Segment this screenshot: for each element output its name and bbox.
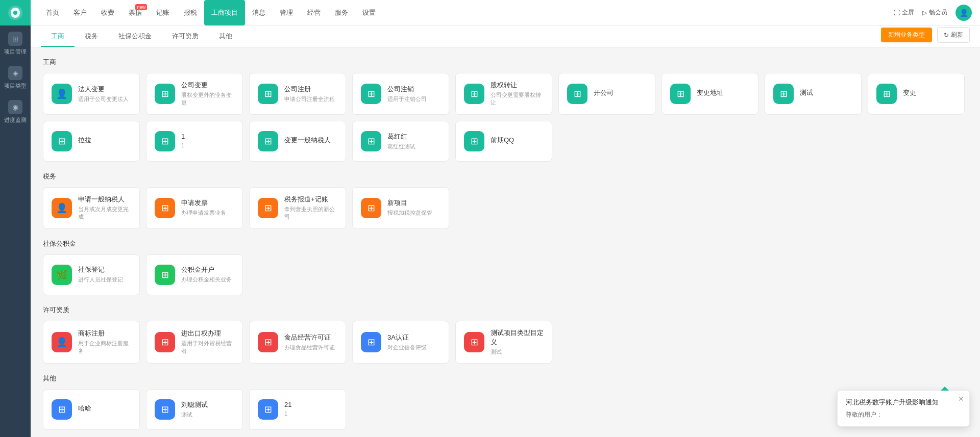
- nav-ticket[interactable]: 票据 new: [121, 0, 149, 25]
- sidebar-item-progress-monitor[interactable]: ◉ 进度监测: [0, 94, 31, 128]
- nav-message[interactable]: 消息: [245, 0, 273, 25]
- card-name: 申请发票: [181, 198, 234, 208]
- card-desc: 用于企业商标注册服务: [78, 340, 131, 355]
- xuke-card-grid: 👤 商标注册 用于企业商标注册服务 ⊞ 进出口权办理 适用于对外贸易经营者 ⊞: [43, 321, 968, 364]
- card-company-change[interactable]: ⊞ 公司变更 股权变更外的业务变更: [146, 73, 243, 115]
- card-legal-change[interactable]: 👤 法人变更 适用于公司变更法人: [43, 73, 140, 115]
- card-desc: 办理公积金相关业务: [181, 276, 234, 284]
- nav-manage[interactable]: 管理: [273, 0, 300, 25]
- project-manage-icon: ⊞: [8, 32, 22, 46]
- tab-shuiwu[interactable]: 税务: [75, 25, 108, 47]
- notification-close-button[interactable]: ✕: [958, 395, 964, 403]
- card-name: 社保登记: [78, 265, 131, 274]
- card-desc: 1: [284, 410, 337, 418]
- card-equity-transfer[interactable]: ⊞ 股权转让 公司变更需要股权转让: [455, 73, 552, 115]
- fullscreen-icon: ⛶: [894, 9, 900, 16]
- tab-bar-actions: 新增业务类型 ↻ 刷新: [881, 27, 970, 47]
- sidebar: ⊞ 项目管理 ◈ 项目类型 ◉ 进度监测: [0, 0, 31, 437]
- topnav-right: ⛶ 全屏 ▷ 畅会员 👤: [894, 5, 972, 21]
- card-open-company[interactable]: ⊞ 开公司: [558, 73, 655, 115]
- nav-service[interactable]: 服务: [328, 0, 355, 25]
- card-company-cancel[interactable]: ⊞ 公司注销 适用于注销公司: [352, 73, 449, 115]
- card-food-license[interactable]: ⊞ 食品经营许可证 办理食品经营许可证: [249, 321, 346, 364]
- card-icon-qianqi-qq: ⊞: [464, 131, 484, 151]
- fullscreen-btn[interactable]: ⛶ 全屏: [894, 8, 914, 17]
- card-desc: 进行人员社保登记: [78, 276, 131, 284]
- card-qianqi-qq[interactable]: ⊞ 前期QQ: [455, 121, 552, 162]
- card-tax-report-bookkeeping[interactable]: ⊞ 税务报道+记账 拿到营业执照的新公司: [249, 187, 346, 229]
- card-icon-social-register: 🌿: [52, 265, 72, 285]
- logo[interactable]: [0, 0, 31, 25]
- card-import-export[interactable]: ⊞ 进出口权办理 适用于对外贸易经营者: [146, 321, 243, 364]
- member-btn[interactable]: ▷ 畅会员: [922, 8, 947, 17]
- nav-tax[interactable]: 报税: [177, 0, 204, 25]
- card-desc: 测试: [491, 348, 544, 356]
- refresh-icon: ↻: [944, 32, 949, 39]
- card-desc: 适用于注销公司: [387, 95, 440, 103]
- card-name: 葛红红: [387, 132, 440, 141]
- card-name: 前期QQ: [491, 136, 544, 145]
- card-icon-liuming-test: ⊞: [155, 399, 175, 420]
- notification-body: 尊敬的用户：: [846, 410, 961, 419]
- sidebar-item-project-manage[interactable]: ⊞ 项目管理: [0, 25, 31, 60]
- card-test-type-def[interactable]: ⊞ 测试项目类型目定义 测试: [455, 321, 552, 364]
- card-name: 测试: [800, 88, 853, 97]
- card-change-tax[interactable]: ⊞ 变更一般纳税人: [249, 121, 346, 162]
- card-3a-cert[interactable]: ⊞ 3A认证 对企业信誉评级: [352, 321, 449, 364]
- tab-bar: 工商 税务 社保公积金 许可资质 其他 新增业务类型 ↻ 刷新: [31, 25, 980, 47]
- card-desc: 办理申请发票业务: [181, 209, 234, 217]
- nav-home[interactable]: 首页: [39, 0, 66, 25]
- shuiwu-card-grid: 👤 申请一般纳税人 当月或次月成变更完成 ⊞ 申请发票 办理申请发票业务 ⊞: [43, 187, 968, 229]
- card-name: 法人变更: [78, 85, 131, 94]
- card-icon-open-company: ⊞: [567, 84, 587, 104]
- card-change2[interactable]: ⊞ 变更: [868, 73, 965, 115]
- refresh-button[interactable]: ↻ 刷新: [937, 27, 970, 43]
- nav-customer[interactable]: 客户: [66, 0, 94, 25]
- card-lala[interactable]: ⊞ 拉拉: [43, 121, 140, 162]
- tab-shebao[interactable]: 社保公积金: [108, 25, 162, 47]
- nav-operation[interactable]: 经营: [300, 0, 328, 25]
- nav-billing[interactable]: 收费: [94, 0, 121, 25]
- add-type-button[interactable]: 新增业务类型: [881, 28, 932, 42]
- tab-other[interactable]: 其他: [209, 25, 242, 47]
- card-company-register[interactable]: ⊞ 公司注册 申请公司注册全流程: [249, 73, 346, 115]
- card-num21[interactable]: ⊞ 21 1: [249, 389, 346, 430]
- card-icon-apply-general-tax: 👤: [52, 198, 72, 218]
- avatar[interactable]: 👤: [955, 5, 972, 21]
- page-area: 工商 税务 社保公积金 许可资质 其他 新增业务类型 ↻ 刷新 工商 👤: [31, 25, 980, 437]
- card-name: 3A认证: [387, 333, 440, 342]
- nav-settings[interactable]: 设置: [355, 0, 383, 25]
- card-name: 1: [181, 133, 234, 140]
- card-apply-invoice[interactable]: ⊞ 申请发票 办理申请发票业务: [146, 187, 243, 229]
- card-provident-open[interactable]: ⊞ 公积金开户 办理公积金相关业务: [146, 254, 243, 295]
- other-card-grid: ⊞ 哈哈 ⊞ 刘聪测试 测试 ⊞ 21: [43, 389, 968, 430]
- card-change-address[interactable]: ⊞ 变更地址: [662, 73, 758, 115]
- svg-point-1: [13, 11, 17, 15]
- card-test[interactable]: ⊞ 测试: [765, 73, 862, 115]
- card-haha[interactable]: ⊞ 哈哈: [43, 389, 140, 430]
- card-name: 食品经营许可证: [284, 333, 337, 342]
- card-icon-new-project: ⊞: [361, 198, 381, 218]
- card-gehonghong[interactable]: ⊞ 葛红红 葛红红测试: [352, 121, 449, 162]
- card-name: 新项目: [387, 198, 440, 208]
- card-apply-general-tax[interactable]: 👤 申请一般纳税人 当月或次月成变更完成: [43, 187, 140, 229]
- card-icon-test: ⊞: [773, 84, 794, 104]
- nav-industrial[interactable]: 工商项目: [204, 0, 245, 25]
- card-liuming-test[interactable]: ⊞ 刘聪测试 测试: [146, 389, 243, 430]
- card-name: 21: [284, 401, 337, 408]
- card-new-project[interactable]: ⊞ 新项目 报税加税控盘保管: [352, 187, 449, 229]
- sidebar-item-project-type[interactable]: ◈ 项目类型: [0, 60, 31, 94]
- card-name: 哈哈: [78, 404, 131, 413]
- card-desc: 1: [181, 142, 234, 149]
- tab-gongshang[interactable]: 工商: [41, 25, 75, 47]
- card-name: 公司变更: [181, 81, 234, 90]
- card-trademark[interactable]: 👤 商标注册 用于企业商标注册服务: [43, 321, 140, 364]
- tab-xuke[interactable]: 许可资质: [162, 25, 209, 47]
- card-icon-apply-invoice: ⊞: [155, 198, 175, 218]
- card-desc: 股权变更外的业务变更: [181, 91, 234, 107]
- card-desc: 办理食品经营许可证: [284, 344, 337, 351]
- card-social-register[interactable]: 🌿 社保登记 进行人员社保登记: [43, 254, 140, 295]
- nav-bookkeeping[interactable]: 记账: [149, 0, 177, 25]
- card-num1[interactable]: ⊞ 1 1: [146, 121, 243, 162]
- card-desc: 适用于公司变更法人: [78, 95, 131, 103]
